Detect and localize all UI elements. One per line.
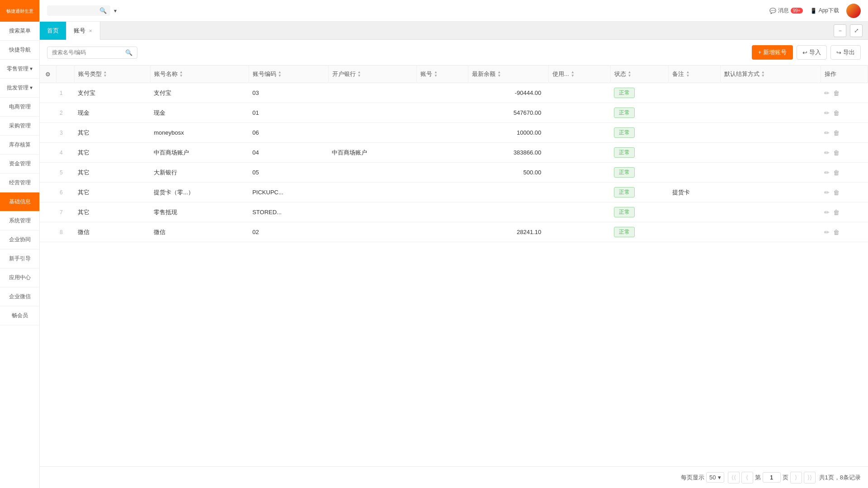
toolbar-right: + 新增账号 ↩ 导入 ↪ 导出 bbox=[752, 45, 861, 60]
th-balance[interactable]: 最新余额 ▲▼ bbox=[468, 66, 549, 83]
cell-actions-5: ✏ 🗑 bbox=[821, 183, 868, 202]
account-search-input[interactable] bbox=[52, 49, 123, 56]
edit-icon-6[interactable]: ✏ bbox=[824, 209, 830, 216]
export-button[interactable]: ↪ 导出 bbox=[830, 45, 861, 60]
th-bank[interactable]: 开户银行 ▲▼ bbox=[328, 66, 416, 83]
cell-num-2: 3 bbox=[56, 123, 74, 143]
edit-icon-3[interactable]: ✏ bbox=[824, 149, 830, 156]
th-actions-label: 操作 bbox=[825, 70, 836, 77]
sidebar-item-12[interactable]: 新手引导 bbox=[0, 249, 39, 268]
th-code-label: 账号编码 bbox=[253, 70, 276, 78]
edit-icon-7[interactable]: ✏ bbox=[824, 229, 830, 236]
cell-actions-3: ✏ 🗑 bbox=[821, 143, 868, 163]
delete-icon-7[interactable]: 🗑 bbox=[833, 229, 840, 236]
page-prev-btn[interactable]: ⟨ bbox=[741, 472, 753, 483]
delete-icon-0[interactable]: 🗑 bbox=[833, 89, 840, 97]
cell-balance-4: 500.00 bbox=[468, 163, 549, 183]
message-badge: 99+ bbox=[791, 8, 803, 14]
sidebar-item-3[interactable]: 批发管理 ▾ bbox=[0, 79, 39, 98]
sidebar-item-7[interactable]: 资金管理 bbox=[0, 155, 39, 174]
topbar-search-input[interactable] bbox=[52, 8, 97, 14]
delete-icon-1[interactable]: 🗑 bbox=[833, 109, 840, 117]
th-account[interactable]: 账号 ▲▼ bbox=[417, 66, 468, 83]
cell-usage-1 bbox=[548, 103, 610, 123]
cell-num-3: 4 bbox=[56, 143, 74, 163]
message-btn[interactable]: 💬 消息 99+ bbox=[769, 7, 803, 14]
account-search-box[interactable]: 🔍 bbox=[47, 47, 137, 59]
th-usage-label: 使用... bbox=[552, 70, 569, 78]
sidebar-item-14[interactable]: 企业微信 bbox=[0, 287, 39, 306]
th-note-sort: ▲▼ bbox=[686, 70, 689, 78]
page-prefix: 第 bbox=[755, 474, 761, 482]
th-status[interactable]: 状态 ▲▼ bbox=[610, 66, 669, 83]
cell-type-7: 微信 bbox=[74, 222, 150, 242]
sidebar-item-6[interactable]: 库存核算 bbox=[0, 136, 39, 155]
tab-maximize-btn[interactable]: ⤢ bbox=[850, 24, 863, 37]
page-number-input[interactable] bbox=[763, 472, 781, 483]
sidebar-item-11[interactable]: 企业协同 bbox=[0, 230, 39, 249]
page-next-btn[interactable]: ⟩ bbox=[790, 472, 802, 483]
sidebar-item-2[interactable]: 零售管理 ▾ bbox=[0, 60, 39, 79]
edit-icon-5[interactable]: ✏ bbox=[824, 189, 830, 196]
th-type[interactable]: 账号类型 ▲▼ bbox=[74, 66, 150, 83]
th-note[interactable]: 备注 ▲▼ bbox=[669, 66, 720, 83]
th-settlement[interactable]: 默认结算方式 ▲▼ bbox=[720, 66, 821, 83]
page-size-dropdown[interactable]: 50 ▾ bbox=[706, 472, 724, 483]
app-download-btn[interactable]: 📱 App下载 bbox=[810, 7, 839, 14]
topbar-dropdown[interactable]: ▾ bbox=[114, 8, 117, 14]
edit-icon-1[interactable]: ✏ bbox=[824, 109, 830, 117]
cell-num-4: 5 bbox=[56, 163, 74, 183]
app-icon: 📱 bbox=[810, 8, 817, 14]
cell-code-4: 05 bbox=[249, 163, 328, 183]
content-area: 🔍 + 新增账号 ↩ 导入 ↪ 导出 bbox=[40, 40, 868, 488]
cell-usage-4 bbox=[548, 163, 610, 183]
th-usage[interactable]: 使用... ▲▼ bbox=[548, 66, 610, 83]
logo-text: 畅捷通财生意 bbox=[6, 8, 33, 14]
tab-minimize-btn[interactable]: － bbox=[834, 24, 846, 37]
tab-home[interactable]: 首页 bbox=[40, 22, 66, 40]
page-first-btn[interactable]: ⟨⟨ bbox=[728, 472, 740, 483]
sidebar-item-4[interactable]: 电商管理 bbox=[0, 98, 39, 117]
sidebar-item-0[interactable]: 搜索菜单 bbox=[0, 22, 39, 41]
sidebar-item-13[interactable]: 应用中心 bbox=[0, 268, 39, 287]
import-icon: ↩ bbox=[802, 49, 807, 56]
cell-type-1: 现金 bbox=[74, 103, 150, 123]
cell-note-2 bbox=[669, 123, 720, 143]
delete-icon-4[interactable]: 🗑 bbox=[833, 169, 840, 176]
delete-icon-5[interactable]: 🗑 bbox=[833, 189, 840, 196]
export-icon: ↪ bbox=[836, 49, 841, 56]
cell-settlement-1 bbox=[720, 103, 821, 123]
sidebar-item-8[interactable]: 经营管理 bbox=[0, 174, 39, 192]
edit-icon-2[interactable]: ✏ bbox=[824, 129, 830, 136]
sidebar-item-5[interactable]: 采购管理 bbox=[0, 117, 39, 136]
th-name[interactable]: 账号名称 ▲▼ bbox=[150, 66, 249, 83]
sidebar-item-1[interactable]: 快捷导航 bbox=[0, 41, 39, 60]
sidebar-item-9[interactable]: 基础信息 bbox=[0, 192, 39, 211]
topbar-left: 🔍 ▾ bbox=[47, 5, 117, 16]
tab-account[interactable]: 账号 × bbox=[66, 22, 100, 40]
cell-usage-5 bbox=[548, 183, 610, 202]
edit-icon-4[interactable]: ✏ bbox=[824, 169, 830, 176]
cell-status-3: 正常 bbox=[610, 143, 669, 163]
delete-icon-6[interactable]: 🗑 bbox=[833, 209, 840, 216]
sidebar-item-15[interactable]: 畅会员 bbox=[0, 306, 39, 325]
user-avatar[interactable] bbox=[846, 4, 861, 18]
page-last-btn[interactable]: ⟩⟩ bbox=[804, 472, 816, 483]
table-row: 4 其它 中百商场账户 04 中百商场账户 383866.00 正常 ✏ 🗑 bbox=[40, 143, 868, 163]
delete-icon-2[interactable]: 🗑 bbox=[833, 129, 840, 136]
edit-icon-0[interactable]: ✏ bbox=[824, 89, 830, 97]
import-button[interactable]: ↩ 导入 bbox=[797, 45, 827, 60]
tab-home-label: 首页 bbox=[47, 27, 59, 35]
th-code[interactable]: 账号编码 ▲▼ bbox=[249, 66, 328, 83]
topbar: 🔍 ▾ 💬 消息 99+ 📱 App下载 bbox=[40, 0, 868, 22]
topbar-search-box[interactable]: 🔍 bbox=[47, 5, 110, 16]
table-row: 1 支付宝 支付宝 03 -90444.00 正常 ✏ 🗑 bbox=[40, 83, 868, 103]
table-row: 5 其它 大新银行 05 500.00 正常 ✏ 🗑 bbox=[40, 163, 868, 183]
add-account-button[interactable]: + 新增账号 bbox=[752, 45, 793, 60]
tab-close-icon[interactable]: × bbox=[88, 27, 93, 34]
cell-bank-3: 中百商场账户 bbox=[328, 143, 416, 163]
cell-bank-1 bbox=[328, 103, 416, 123]
sidebar-item-10[interactable]: 系统管理 bbox=[0, 211, 39, 230]
delete-icon-3[interactable]: 🗑 bbox=[833, 149, 840, 156]
th-settings[interactable]: ⚙ bbox=[40, 66, 56, 83]
